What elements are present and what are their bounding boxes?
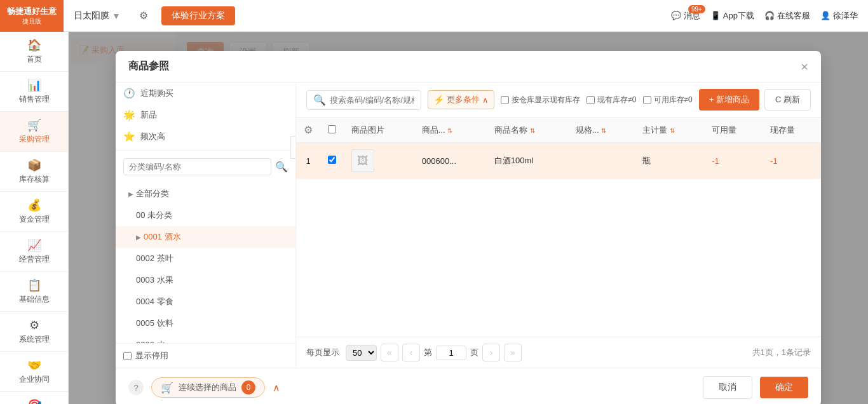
modal-footer: ? 🛒 连续选择的商品 0 ∧ 取消 确定 (116, 368, 821, 404)
app-download-label: App下载 (723, 10, 754, 22)
logo-title: 畅捷通好生意 (7, 6, 57, 17)
row-available: -1 (704, 143, 763, 179)
add-product-button[interactable]: + 新增商品 (699, 89, 759, 111)
guide-icon: 🎯 (27, 398, 41, 404)
settings-icon[interactable]: ⚙ (133, 6, 154, 26)
row-spec (568, 143, 635, 179)
category-0003[interactable]: 0003 水果 (116, 269, 295, 291)
nav-recent[interactable]: 🕐 近期购买 (116, 83, 295, 104)
warehouse-label[interactable]: 按仓库显示现有库存 (512, 95, 580, 105)
first-page-button[interactable]: « (381, 344, 398, 361)
category-0004[interactable]: 0004 零食 (116, 291, 295, 313)
sidebar-item-sales[interactable]: 📊 销售管理 (0, 72, 68, 112)
brand-selector[interactable]: 日太阳膜 ▼ (74, 10, 121, 22)
cart-info-area[interactable]: 🛒 连续选择的商品 0 (151, 377, 265, 398)
star-icon: ⭐ (123, 131, 135, 142)
category-0005-label: 0005 饮料 (136, 318, 173, 329)
category-0008[interactable]: 0008 水 (116, 334, 295, 343)
per-page-select[interactable]: 50 (346, 345, 377, 361)
cart-icon: 🛒 (161, 382, 173, 394)
category-0001[interactable]: ▶ 0001 酒水 (116, 226, 295, 248)
expand-icon: ▶ (128, 191, 133, 198)
sidebar-item-enterprise[interactable]: 🤝 企业协同 (0, 352, 68, 392)
sidebar-label-enterprise: 企业协同 (19, 374, 50, 385)
code-col-header: 商品... ⇅ (414, 118, 487, 143)
prev-page-button[interactable]: ‹ (402, 344, 420, 361)
sidebar-item-purchase[interactable]: 🛒 采购管理 (0, 112, 68, 152)
column-settings-icon[interactable]: ⚙ (304, 124, 313, 136)
navbar: 畅捷通好生意 捷且版 日太阳膜 ▼ ⚙ 体验行业方案 💬 消息 99+ 📱 Ap… (0, 0, 868, 32)
filter-arrow-icon: ∧ (482, 95, 489, 105)
message-icon: 💬 (671, 11, 681, 20)
available-checkbox[interactable] (587, 96, 595, 104)
product-thumbnail: 🖼 (351, 149, 374, 172)
sidebar-item-business[interactable]: 📈 经营管理 (0, 232, 68, 272)
sidebar-label-inventory: 库存核算 (19, 174, 50, 185)
logo-sub: 捷且版 (22, 17, 41, 26)
message-item[interactable]: 💬 消息 99+ (671, 10, 700, 22)
last-page-button[interactable]: » (504, 344, 522, 361)
sort-icon-unit: ⇅ (670, 127, 675, 134)
select-all-checkbox[interactable] (328, 125, 336, 133)
left-panel: 🕐 近期购买 🌟 新品 ⭐ 频次高 (116, 83, 296, 368)
sidebar-item-system[interactable]: ⚙ 系统管理 (0, 312, 68, 352)
online-service-item[interactable]: 🎧 在线客服 (764, 10, 810, 22)
collapse-cart-icon[interactable]: ∧ (273, 382, 280, 394)
usable-checkbox[interactable] (643, 96, 651, 104)
category-0005[interactable]: 0005 饮料 (116, 313, 295, 334)
available-label[interactable]: 现有库存≠0 (597, 95, 636, 105)
warehouse-checkbox[interactable] (501, 96, 509, 104)
row-checkbox[interactable] (320, 143, 344, 179)
show-disabled-checkbox[interactable] (123, 352, 132, 360)
home-icon: 🏠 (27, 38, 41, 52)
category-0002[interactable]: 0002 茶叶 (116, 248, 295, 269)
modal-close-button[interactable]: × (801, 60, 808, 73)
sidebar-item-home[interactable]: 🏠 首页 (0, 32, 68, 72)
category-search-icon[interactable]: 🔍 (275, 161, 288, 173)
system-icon: ⚙ (29, 318, 39, 332)
next-page-button[interactable]: › (482, 344, 500, 361)
toolbar-right-buttons: + 新增商品 C 刷新 (699, 89, 811, 111)
app-download-item[interactable]: 📱 App下载 (710, 10, 754, 22)
sidebar-label-finance: 资金管理 (19, 214, 50, 225)
filter-button[interactable]: ⚡ 更多条件 ∧ (428, 90, 494, 109)
sidebar-item-inventory[interactable]: 📦 库存核算 (0, 152, 68, 192)
current-col-header: 现存量 (763, 118, 821, 143)
experience-button[interactable]: 体验行业方案 (161, 6, 235, 25)
show-disabled-label[interactable]: 显示停用 (135, 350, 168, 361)
pagination-total: 共1页，1条记录 (752, 347, 811, 358)
category-search-input[interactable] (123, 158, 271, 175)
category-all[interactable]: ▶ 全部分类 (116, 183, 295, 205)
nav-new[interactable]: 🌟 新品 (116, 104, 295, 126)
help-icon[interactable]: ? (128, 380, 144, 395)
modal-title: 商品参照 (128, 60, 169, 73)
product-table-container: ⚙ 商品图片 商品... ⇅ (296, 118, 821, 337)
nav-frequent[interactable]: ⭐ 频次高 (116, 126, 295, 147)
sidebar-label-purchase: 采购管理 (19, 134, 50, 145)
confirm-button[interactable]: 确定 (760, 377, 808, 398)
product-search-input[interactable] (330, 95, 414, 105)
cancel-button[interactable]: 取消 (703, 376, 752, 399)
settings-col-header: ⚙ (296, 118, 320, 143)
category-00-label: 00 未分类 (136, 210, 172, 221)
user-item[interactable]: 👤 徐泽华 (820, 10, 858, 22)
finance-icon: 💰 (27, 198, 41, 212)
refresh-button[interactable]: C 刷新 (764, 89, 811, 111)
page-input[interactable] (436, 346, 466, 360)
spec-col-header: 规格... ⇅ (568, 118, 635, 143)
usable-label[interactable]: 可用库存≠0 (654, 95, 693, 105)
sidebar-item-guide[interactable]: 🎯 新手引导 (0, 392, 68, 404)
collapse-panel-button[interactable]: 《 (290, 136, 296, 159)
sidebar-label-business: 经营管理 (19, 254, 50, 265)
quick-nav: 🕐 近期购买 🌟 新品 ⭐ 频次高 (116, 83, 295, 147)
row-image: 🖼 (344, 143, 414, 179)
row-current: -1 (763, 143, 821, 179)
sidebar-item-finance[interactable]: 💰 资金管理 (0, 192, 68, 232)
divider (116, 150, 295, 151)
table-row[interactable]: 1 🖼 000600... 白酒100ml 瓶 -1 -1 (296, 143, 821, 179)
inventory-icon: 📦 (27, 158, 41, 172)
sidebar-item-basic[interactable]: 📋 基础信息 (0, 272, 68, 312)
nav-recent-label: 近期购买 (140, 88, 173, 99)
app-logo[interactable]: 畅捷通好生意 捷且版 (0, 0, 64, 32)
category-00[interactable]: 00 未分类 (116, 205, 295, 226)
